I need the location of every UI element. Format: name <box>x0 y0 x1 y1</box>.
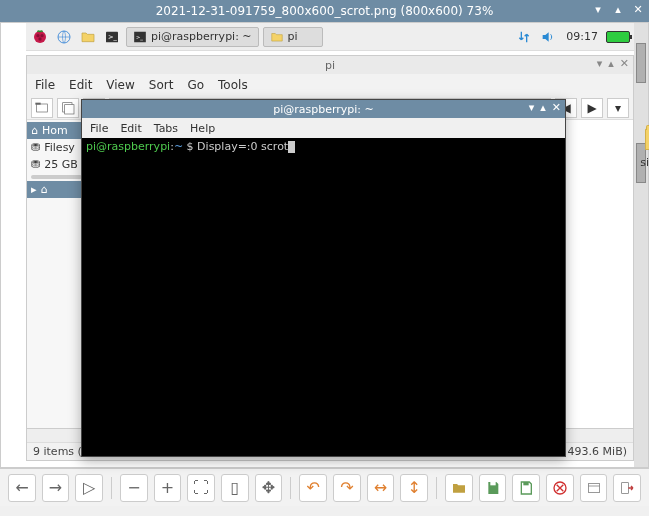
fm-menu-go[interactable]: Go <box>187 78 204 92</box>
fm-menu-sort[interactable]: Sort <box>149 78 174 92</box>
close-icon[interactable]: ✕ <box>620 57 629 70</box>
battery-icon[interactable] <box>606 31 630 43</box>
sidebar-item-disk[interactable]: ⛃ 25 GB <box>27 156 86 173</box>
web-browser-icon[interactable] <box>54 27 74 47</box>
next-image-button[interactable]: → <box>42 474 70 502</box>
term-menu-file[interactable]: File <box>90 122 108 135</box>
terminal-titlebar[interactable]: pi@raspberrypi: ~ ▾ ▴ ✕ <box>82 100 565 118</box>
prompt-user: pi@raspberrypi <box>86 140 170 153</box>
svg-rect-16 <box>588 483 599 492</box>
folder-item-partial[interactable] <box>645 128 649 150</box>
terminal-launcher-icon[interactable]: >_ <box>102 27 122 47</box>
svg-point-3 <box>38 37 41 40</box>
flip-horizontal-button[interactable]: ↔ <box>367 474 395 502</box>
toolbar-separator <box>290 477 291 499</box>
zoom-original-button[interactable]: ▯ <box>221 474 249 502</box>
fm-window-controls: ▾ ▴ ✕ <box>597 57 629 70</box>
pager-strip <box>634 23 648 467</box>
home-icon: ⌂ <box>41 183 48 196</box>
svg-rect-12 <box>65 104 74 113</box>
pager-block <box>636 43 646 83</box>
svg-point-2 <box>40 34 43 37</box>
exit-button[interactable] <box>613 474 641 502</box>
viewer-content: >_ >_ pi@raspberrypi: ~ pi 09:17 pi ▾ ▴ … <box>0 22 649 468</box>
fm-menu-tools[interactable]: Tools <box>218 78 248 92</box>
terminal-body[interactable]: pi@raspberrypi:~ $ Display=:0 scrot <box>82 138 565 456</box>
zoom-in-button[interactable]: + <box>154 474 182 502</box>
zoom-fit-button[interactable]: ⛶ <box>187 474 215 502</box>
fm-menu-bar: File Edit View Sort Go Tools <box>27 74 633 96</box>
fm-title: pi <box>325 59 335 72</box>
preferences-button[interactable] <box>580 474 608 502</box>
drive-icon: ⛃ <box>31 141 40 154</box>
delete-button[interactable] <box>546 474 574 502</box>
folder-item-sic[interactable]: sic <box>640 156 649 169</box>
forward-button[interactable]: ▶ <box>581 98 603 118</box>
fm-menu-edit[interactable]: Edit <box>69 78 92 92</box>
minimize-icon[interactable]: ▾ <box>597 57 603 70</box>
sidebar-item-tree[interactable]: ▸ ⌂ <box>27 181 86 198</box>
svg-rect-18 <box>622 482 629 493</box>
minimize-icon[interactable]: ▾ <box>591 2 605 16</box>
rotate-right-button[interactable]: ↷ <box>333 474 361 502</box>
viewer-window-controls: ▾ ▴ ✕ <box>591 2 645 16</box>
rotate-left-button[interactable]: ↶ <box>299 474 327 502</box>
new-tab-button[interactable] <box>31 98 53 118</box>
cursor <box>288 141 295 153</box>
svg-rect-13 <box>490 482 495 485</box>
svg-point-0 <box>34 31 46 43</box>
save-button[interactable] <box>479 474 507 502</box>
sidebar-item-home[interactable]: ⌂ Hom <box>27 122 86 139</box>
fm-menu-file[interactable]: File <box>35 78 55 92</box>
folder-icon <box>270 30 284 44</box>
fm-menu-view[interactable]: View <box>106 78 134 92</box>
drive-icon: ⛃ <box>31 158 40 171</box>
viewer-toolbar: ← → ▷ − + ⛶ ▯ ✥ ↶ ↷ ↔ ↕ <box>0 468 649 506</box>
toolbar-separator <box>111 477 112 499</box>
taskbar-button-terminal[interactable]: >_ pi@raspberrypi: ~ <box>126 27 259 47</box>
raspberry-menu-icon[interactable] <box>30 27 50 47</box>
prompt-dollar: $ <box>183 140 194 153</box>
terminal-window: pi@raspberrypi: ~ ▾ ▴ ✕ File Edit Tabs H… <box>81 99 566 457</box>
terminal-menu-bar: File Edit Tabs Help <box>82 118 565 138</box>
terminal-icon: >_ <box>133 30 147 44</box>
minimize-icon[interactable]: ▾ <box>529 101 535 114</box>
svg-text:>_: >_ <box>108 33 118 41</box>
flip-vertical-button[interactable]: ↕ <box>400 474 428 502</box>
maximize-icon[interactable]: ▴ <box>611 2 625 16</box>
terminal-command: Display=:0 scrot <box>194 140 289 153</box>
chevron-right-icon: ▸ <box>31 183 37 196</box>
sidebar-filesys-label: Filesy <box>44 141 75 154</box>
clock[interactable]: 09:17 <box>562 30 602 43</box>
save-as-button[interactable] <box>512 474 540 502</box>
term-menu-tabs[interactable]: Tabs <box>154 122 178 135</box>
sidebar-disk-label: 25 GB <box>44 158 78 171</box>
slideshow-button[interactable]: ▷ <box>75 474 103 502</box>
term-menu-edit[interactable]: Edit <box>120 122 141 135</box>
volume-icon[interactable] <box>538 27 558 47</box>
sidebar-item-filesystem[interactable]: ⛃ Filesy <box>27 139 86 156</box>
new-window-button[interactable] <box>57 98 79 118</box>
close-icon[interactable]: ✕ <box>631 2 645 16</box>
history-button[interactable]: ▾ <box>607 98 629 118</box>
svg-rect-10 <box>35 102 40 104</box>
term-menu-help[interactable]: Help <box>190 122 215 135</box>
taskbar-fm-label: pi <box>288 30 298 43</box>
maximize-icon[interactable]: ▴ <box>608 57 614 70</box>
folder-label: sic <box>640 156 649 169</box>
zoom-out-button[interactable]: − <box>120 474 148 502</box>
maximize-icon[interactable]: ▴ <box>540 101 546 114</box>
toolbar-separator <box>436 477 437 499</box>
taskbar-button-filemanager[interactable]: pi <box>263 27 323 47</box>
fullscreen-button[interactable]: ✥ <box>255 474 283 502</box>
open-button[interactable] <box>445 474 473 502</box>
close-icon[interactable]: ✕ <box>552 101 561 114</box>
svg-rect-9 <box>37 104 48 112</box>
sidebar-divider[interactable] <box>31 175 82 179</box>
svg-text:>_: >_ <box>136 33 143 40</box>
file-manager-icon[interactable] <box>78 27 98 47</box>
svg-point-1 <box>36 34 39 37</box>
taskbar-terminal-label: pi@raspberrypi: ~ <box>151 30 252 43</box>
prev-image-button[interactable]: ← <box>8 474 36 502</box>
network-icon[interactable] <box>514 27 534 47</box>
